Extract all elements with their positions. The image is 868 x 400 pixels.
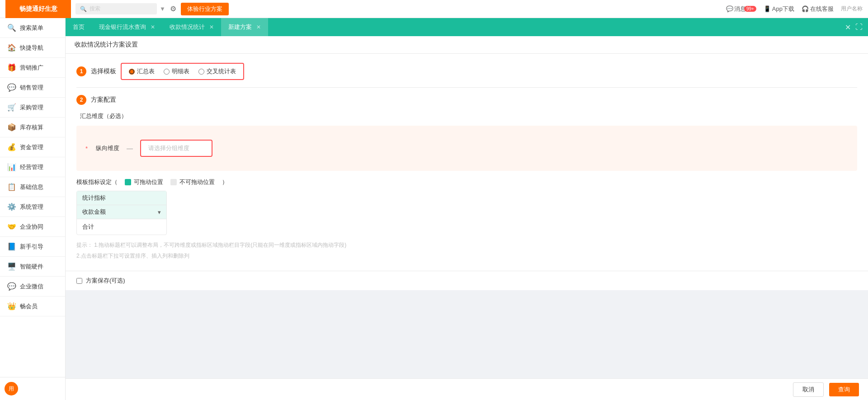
app-download-item[interactable]: 📱 App下载 <box>764 5 794 13</box>
sidebar-bottom: 用 <box>0 377 65 400</box>
dimension-row: * 纵向维度 — 请选择分组维度 <box>85 140 212 157</box>
service-item[interactable]: 🎧 在线客服 <box>802 5 834 13</box>
search-icon: 🔍 <box>80 6 87 12</box>
bottom-bar: 取消 查询 <box>66 378 868 400</box>
dropdown-arrow-metrics[interactable]: ▾ <box>158 209 161 216</box>
divider-1 <box>76 87 857 88</box>
sidebar-item-search-menu[interactable]: 🔍 搜索菜单 <box>0 18 65 38</box>
sidebar-item-finance[interactable]: 💰 资金管理 <box>0 137 65 157</box>
sidebar-item-quick-nav[interactable]: 🏠 快捷导航 <box>0 38 65 58</box>
app-logo: 畅捷通好生意 <box>5 0 71 18</box>
industry-btn[interactable]: 体验行业方案 <box>181 3 229 15</box>
cooperation-icon: 🤝 <box>7 222 16 231</box>
sub-header-label: 收款金额 <box>82 208 106 216</box>
sidebar-label-quicknav: 快捷导航 <box>20 44 43 52</box>
sidebar-label-operations: 经营管理 <box>20 163 43 171</box>
page-content: 收款情况统计方案设置 1 选择模板 汇总表 明细表 <box>66 36 868 378</box>
metrics-table-sub-header[interactable]: 收款金额 ▾ <box>77 205 166 219</box>
radio-summary-input[interactable] <box>129 69 135 75</box>
guide-icon: 📘 <box>7 242 16 251</box>
save-checkbox[interactable] <box>76 278 82 284</box>
tab-new-scheme-close[interactable]: ✕ <box>256 24 261 30</box>
draggable-indicator: 可拖动位置 <box>125 178 163 186</box>
member-icon: 👑 <box>7 302 16 311</box>
purchase-icon: 🛒 <box>7 103 16 112</box>
header: 畅捷通好生意 🔍 搜索 ▼ ⚙ 体验行业方案 💬 消息 99+ 📱 App下载 … <box>0 0 868 18</box>
page-breadcrumb: 收款情况统计方案设置 <box>66 36 868 54</box>
dimension-area: * 纵向维度 — 请选择分组维度 <box>76 126 857 171</box>
maximize-icon[interactable]: ⛶ <box>855 23 863 31</box>
message-icon: 💬 <box>726 5 733 12</box>
step1-header: 1 选择模板 汇总表 明细表 交叉统计表 <box>76 63 857 80</box>
tab-home[interactable]: 首页 <box>66 18 92 36</box>
search-placeholder: 搜索 <box>90 5 100 13</box>
sidebar-item-operations[interactable]: 📊 经营管理 <box>0 157 65 177</box>
sidebar-item-system[interactable]: ⚙️ 系统管理 <box>0 197 65 217</box>
sidebar-item-cooperation[interactable]: 🤝 企业协同 <box>0 217 65 237</box>
query-button[interactable]: 查询 <box>829 383 859 396</box>
step2-header: 2 方案配置 <box>76 95 857 105</box>
sidebar-item-sales[interactable]: 💬 销售管理 <box>0 78 65 98</box>
sidebar-item-basic-info[interactable]: 📋 基础信息 <box>0 177 65 197</box>
system-icon: ⚙️ <box>7 202 16 211</box>
tab-new-scheme[interactable]: 新建方案 ✕ <box>221 18 268 36</box>
tab-home-label: 首页 <box>73 23 85 31</box>
tip-2: 2.点击标题栏下拉可设置排序、插入列和删除列 <box>76 251 857 261</box>
radio-detail-input[interactable] <box>164 69 170 75</box>
radio-cross[interactable]: 交叉统计表 <box>198 67 236 75</box>
sidebar-label-system: 系统管理 <box>20 203 43 211</box>
tab-collection-stats[interactable]: 收款情况统计 ✕ <box>162 18 221 36</box>
sidebar-label-finance: 资金管理 <box>20 143 43 151</box>
search-menu-icon: 🔍 <box>7 24 16 32</box>
tab-actions: ✕ ⛶ <box>845 23 868 32</box>
radio-summary[interactable]: 汇总表 <box>129 67 155 75</box>
dimension-title: 汇总维度（必选） <box>80 112 857 120</box>
sidebar: 🔍 搜索菜单 🏠 快捷导航 🎁 营销推广 💬 销售管理 🛒 采购管理 📦 库存核… <box>0 18 66 400</box>
search-bar[interactable]: 🔍 搜索 <box>75 3 157 14</box>
metrics-header: 模板指标设定（ 可拖动位置 不可拖动位置 ） <box>76 178 857 186</box>
sidebar-item-purchase[interactable]: 🛒 采购管理 <box>0 98 65 118</box>
radio-detail[interactable]: 明细表 <box>164 67 189 75</box>
tab-bank-flow[interactable]: 现金银行流水查询 ✕ <box>92 18 162 36</box>
finance-icon: 💰 <box>7 143 16 151</box>
inventory-icon: 📦 <box>7 123 16 132</box>
step2-label: 方案配置 <box>91 96 116 104</box>
dropdown-arrow-icon[interactable]: ▼ <box>160 5 165 12</box>
metrics-table: 统计指标 收款金额 ▾ 合计 <box>76 191 167 235</box>
notification-item[interactable]: 💬 消息 99+ <box>726 5 756 13</box>
vertical-dimension-label: 纵向维度 <box>96 144 119 152</box>
gear-icon[interactable]: ⚙ <box>170 5 176 13</box>
sidebar-label-sales: 销售管理 <box>20 84 43 92</box>
radio-cross-input[interactable] <box>198 69 204 75</box>
metrics-section: 模板指标设定（ 可拖动位置 不可拖动位置 ） 统计指标 <box>76 178 857 235</box>
radio-detail-label: 明细表 <box>172 67 189 75</box>
download-icon: 📱 <box>764 5 771 12</box>
sidebar-label-cooperation: 企业协同 <box>20 223 43 231</box>
sidebar-label-inventory: 库存核算 <box>20 123 43 132</box>
tab-collection-stats-label: 收款情况统计 <box>170 23 205 31</box>
cancel-button[interactable]: 取消 <box>793 382 824 397</box>
wechat-icon: 💬 <box>7 282 16 291</box>
hardware-icon: 🖥️ <box>7 262 16 271</box>
sidebar-item-guide[interactable]: 📘 新手引导 <box>0 237 65 257</box>
sidebar-item-marketing[interactable]: 🎁 营销推广 <box>0 58 65 78</box>
save-option-label[interactable]: 方案保存(可选) <box>86 277 125 285</box>
metrics-table-total-row: 合计 <box>77 219 166 235</box>
sidebar-label-purchase: 采购管理 <box>20 104 43 112</box>
sidebar-item-member[interactable]: 👑 畅会员 <box>0 296 65 316</box>
metrics-setting-label: 模板指标设定（ <box>76 178 118 186</box>
header-tools: 💬 消息 99+ 📱 App下载 🎧 在线客服 用户名称 <box>726 5 863 13</box>
operations-icon: 📊 <box>7 163 16 171</box>
sidebar-item-inventory[interactable]: 📦 库存核算 <box>0 118 65 137</box>
user-avatar[interactable]: 用 <box>5 382 18 395</box>
quick-nav-icon: 🏠 <box>7 43 16 52</box>
tab-bank-flow-close[interactable]: ✕ <box>151 24 155 30</box>
form-section: 1 选择模板 汇总表 明细表 交叉统计表 <box>66 54 868 271</box>
metrics-table-header: 统计指标 <box>77 191 166 205</box>
service-label: 在线客服 <box>810 5 834 13</box>
close-window-icon[interactable]: ✕ <box>845 23 851 32</box>
dimension-select[interactable]: 请选择分组维度 <box>140 140 212 157</box>
sidebar-item-hardware[interactable]: 🖥️ 智能硬件 <box>0 257 65 277</box>
tab-collection-stats-close[interactable]: ✕ <box>209 24 214 30</box>
sidebar-item-wechat[interactable]: 💬 企业微信 <box>0 277 65 296</box>
